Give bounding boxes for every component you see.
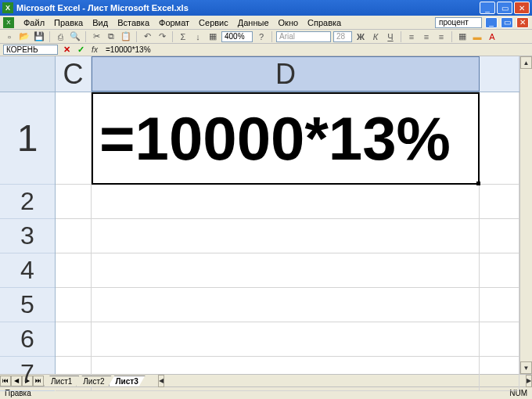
maximize-button[interactable]: ▭ [497,2,512,14]
col-header-d[interactable]: D [92,56,480,92]
chart-icon[interactable]: ▦ [207,31,219,43]
cell[interactable] [56,185,92,219]
align-center-icon[interactable]: ≡ [420,31,433,43]
open-icon[interactable]: 📂 [18,31,31,43]
cell[interactable] [92,357,480,391]
menu-view[interactable]: Вид [88,16,113,29]
cell[interactable] [92,219,480,253]
zoom-box[interactable]: 400% [221,31,253,42]
italic-icon[interactable]: К [369,31,382,43]
font-color-icon[interactable]: A [486,31,498,43]
cell[interactable] [480,92,519,185]
print-icon[interactable]: ⎙ [54,31,66,43]
doc-close-button[interactable]: ✕ [516,17,529,28]
row-header-6[interactable]: 6 [0,322,55,357]
align-right-icon[interactable]: ≡ [435,31,448,43]
scroll-track[interactable] [520,69,532,361]
separator [401,31,401,42]
cancel-icon[interactable]: ✕ [61,45,72,56]
scroll-right-icon[interactable]: ▶ [526,375,532,387]
cut-icon[interactable]: ✂ [90,31,102,43]
menu-insert[interactable]: Вставка [113,16,154,29]
menu-help[interactable]: Справка [303,16,346,29]
vertical-scrollbar[interactable]: ▲ ▼ [519,56,532,374]
col-header-c[interactable]: C [56,56,92,92]
scroll-up-icon[interactable]: ▲ [520,56,532,69]
row-header-5[interactable]: 5 [0,288,55,322]
scroll-down-icon[interactable]: ▼ [520,361,532,374]
cell[interactable] [56,288,92,322]
separator [271,31,272,42]
undo-icon[interactable]: ↶ [141,31,153,43]
save-icon[interactable]: 💾 [33,31,45,43]
worksheet: 1 2 3 4 5 6 7 C D =10000*13% ▲ ▼ [0,56,532,374]
row-headers: 1 2 3 4 5 6 7 [0,56,56,374]
borders-icon[interactable]: ▦ [456,31,469,43]
close-button[interactable]: ✕ [514,2,530,14]
separator [451,31,452,42]
menu-bar: X Файл Правка Вид Вставка Формат Сервис … [0,16,532,30]
formula-input[interactable]: =10000*13% [103,45,529,54]
cell[interactable] [56,92,92,185]
doc-icon[interactable]: X [3,17,14,28]
window-title: Microsoft Excel - Лист Microsoft Excel.x… [16,3,480,13]
cells[interactable]: =10000*13% [56,92,519,391]
cell[interactable] [92,253,480,288]
minimize-button[interactable]: _ [480,2,495,14]
doc-maximize-button[interactable]: ▭ [501,17,513,28]
help-icon[interactable]: ? [255,31,268,43]
align-left-icon[interactable]: ≡ [405,31,418,43]
standard-toolbar: ▫ 📂 💾 ⎙ 🔍 ✂ ⧉ 📋 ↶ ↷ Σ ↓ ▦ 400% ? Arial 2… [0,30,532,44]
new-icon[interactable]: ▫ [3,31,16,43]
cell[interactable] [480,219,519,253]
sum-icon[interactable]: Σ [177,31,189,43]
title-bar: X Microsoft Excel - Лист Microsoft Excel… [0,0,532,16]
font-size-box[interactable]: 28 [333,31,352,42]
cell[interactable] [92,288,480,322]
select-all-corner[interactable] [0,56,55,92]
cell[interactable] [480,322,519,357]
menu-data[interactable]: Данные [233,16,274,29]
row-header-1[interactable]: 1 [0,92,55,185]
separator [136,31,137,42]
menu-edit[interactable]: Правка [49,16,88,29]
cell[interactable] [480,288,519,322]
row-header-4[interactable]: 4 [0,253,55,288]
fill-color-icon[interactable]: ▬ [471,31,483,43]
active-cell-d1[interactable]: =10000*13% [92,92,480,185]
grid-area: C D =10000*13% [56,56,519,374]
name-box[interactable]: КОРЕНЬ [3,45,58,55]
separator [172,31,173,42]
sheet-tab-3[interactable]: Лист3 [109,376,146,386]
style-box[interactable]: процент [435,17,482,28]
col-header-e[interactable] [480,56,519,92]
cell[interactable] [480,185,519,219]
fx-icon[interactable]: fx [89,45,100,56]
cell[interactable] [92,185,480,219]
font-box[interactable]: Arial [276,31,331,42]
menu-window[interactable]: Окно [274,16,304,29]
underline-icon[interactable]: Ч [384,31,397,43]
cell[interactable] [92,322,480,357]
menu-file[interactable]: Файл [19,16,49,29]
menu-format[interactable]: Формат [154,16,194,29]
separator [49,31,50,42]
copy-icon[interactable]: ⧉ [105,31,117,43]
sort-icon[interactable]: ↓ [192,31,204,43]
menu-tools[interactable]: Сервис [194,16,233,29]
bold-icon[interactable]: Ж [354,31,367,43]
cell[interactable] [56,253,92,288]
excel-icon: X [2,2,13,13]
confirm-icon[interactable]: ✓ [75,45,86,56]
doc-minimize-button[interactable]: _ [485,17,498,28]
formula-bar: КОРЕНЬ ✕ ✓ fx =10000*13% [0,44,532,56]
cell[interactable] [56,219,92,253]
row-header-3[interactable]: 3 [0,219,55,253]
paste-icon[interactable]: 📋 [120,31,132,43]
cell[interactable] [480,357,519,391]
redo-icon[interactable]: ↷ [156,31,168,43]
row-header-2[interactable]: 2 [0,185,55,219]
preview-icon[interactable]: 🔍 [69,31,81,43]
cell[interactable] [480,253,519,288]
cell[interactable] [56,322,92,357]
